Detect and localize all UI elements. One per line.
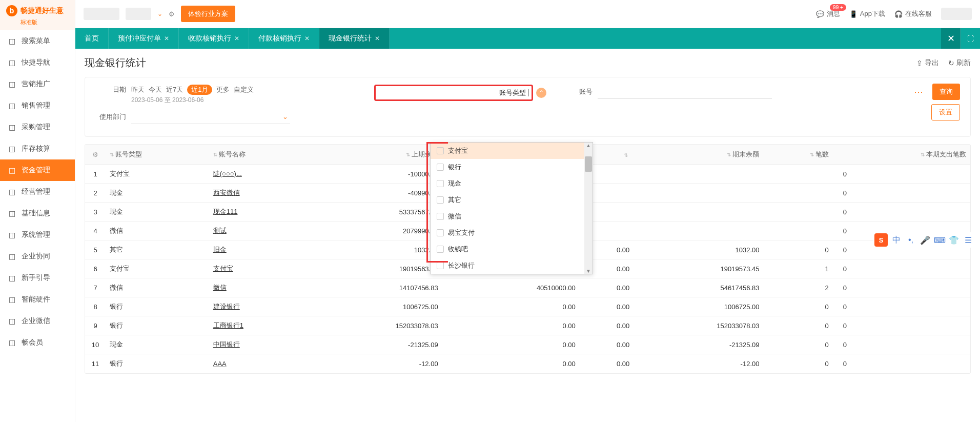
sidebar-item-gift[interactable]: ◫营销推广 xyxy=(0,73,75,95)
ime-mic-icon[interactable]: 🎤 xyxy=(920,234,931,246)
account-link[interactable]: 测试 xyxy=(213,227,227,234)
date-quick-近7天[interactable]: 近7天 xyxy=(166,85,183,94)
sort-icon[interactable]: ⇅ xyxy=(213,152,217,157)
col-header[interactable]: ⇅期末余额 xyxy=(634,145,763,165)
sidebar-item-box[interactable]: ◫库存核算 xyxy=(0,138,75,159)
ime-punct-icon[interactable]: •, xyxy=(905,234,916,246)
col-header[interactable]: ⇅上期余额 xyxy=(312,145,442,165)
sidebar-item-search[interactable]: ◫搜索菜单 xyxy=(0,30,75,52)
date-quick-更多[interactable]: 更多 xyxy=(216,85,230,94)
sidebar-item-money[interactable]: ◫资金管理 xyxy=(0,159,75,181)
sidebar-item-gear[interactable]: ◫系统管理 xyxy=(0,224,75,246)
sidebar-item-wechat[interactable]: ◫企业微信 xyxy=(0,310,75,332)
account-link[interactable]: 陡(○○○)... xyxy=(213,170,242,177)
close-icon[interactable]: ✕ xyxy=(234,35,239,42)
sidebar-item-cart[interactable]: ◫销售管理 xyxy=(0,95,75,116)
close-icon[interactable]: ✕ xyxy=(375,35,380,42)
checkbox[interactable] xyxy=(437,229,444,236)
sort-icon[interactable]: ⇅ xyxy=(921,152,925,157)
export-button[interactable]: ⇪ 导出 xyxy=(916,58,939,68)
col-header[interactable]: ⇅账号名称 xyxy=(209,145,313,165)
close-icon[interactable]: ✕ xyxy=(304,35,310,42)
online-service-button[interactable]: 🎧 在线客服 xyxy=(894,9,932,18)
sort-icon[interactable]: ⇅ xyxy=(727,152,731,157)
sort-icon[interactable]: ⇅ xyxy=(110,152,114,157)
dropdown-option[interactable]: 微信 xyxy=(431,208,593,225)
tab-首页[interactable]: 首页 xyxy=(75,28,109,49)
sidebar-item-bag[interactable]: ◫采购管理 xyxy=(0,116,75,138)
account-link[interactable]: AAA xyxy=(213,360,227,368)
dropdown-option[interactable]: 支付宝 xyxy=(431,143,593,159)
ime-lang-icon[interactable]: 中 xyxy=(891,234,902,246)
account-link[interactable]: 旧金 xyxy=(213,246,227,253)
more-filters-icon[interactable]: ⋯ xyxy=(914,86,924,97)
sort-icon[interactable]: ⇅ xyxy=(810,152,814,157)
sidebar-item-list[interactable]: ◫基础信息 xyxy=(0,203,75,224)
refresh-button[interactable]: ↻ 刷新 xyxy=(948,58,971,68)
dropdown-option[interactable]: 长沙银行 xyxy=(431,257,593,274)
sidebar-item-doc[interactable]: ◫经营管理 xyxy=(0,181,75,203)
scrollbar-thumb[interactable] xyxy=(585,156,592,172)
dropdown-option[interactable]: 易宝支付 xyxy=(431,225,593,241)
sidebar-item-hw[interactable]: ◫智能硬件 xyxy=(0,289,75,310)
ime-skin-icon[interactable]: 👕 xyxy=(948,234,959,246)
dept-select[interactable]: ⌄ xyxy=(131,110,290,124)
ime-keyboard-icon[interactable]: ⌨ xyxy=(934,234,945,246)
col-header[interactable]: ⇅笔数 xyxy=(763,145,832,165)
sidebar-item-vip[interactable]: ◫畅会员 xyxy=(0,332,75,353)
account-select[interactable] xyxy=(598,85,772,99)
app-download-button[interactable]: 📱 App下载 xyxy=(849,9,885,18)
checkbox[interactable] xyxy=(437,262,444,269)
account-link[interactable]: 西安微信 xyxy=(213,189,240,196)
dropdown-scrollbar[interactable]: ▲ ▼ xyxy=(584,143,593,274)
account-link[interactable]: 建设银行 xyxy=(213,303,240,310)
settings-button[interactable]: 设置 xyxy=(931,104,960,120)
sogou-icon[interactable]: S xyxy=(874,233,888,247)
search-button[interactable]: 查询 xyxy=(932,84,960,100)
checkbox[interactable] xyxy=(437,164,444,171)
sidebar-item-home[interactable]: ◫快捷导航 xyxy=(0,52,75,73)
account-link[interactable]: 微信 xyxy=(213,284,227,291)
date-quick-近1月[interactable]: 近1月 xyxy=(187,85,212,95)
tab-收款核销执行[interactable]: 收款核销执行✕ xyxy=(179,28,249,49)
cell-name: 测试 xyxy=(209,222,313,240)
close-icon[interactable]: ✕ xyxy=(164,35,169,42)
date-quick-今天[interactable]: 今天 xyxy=(149,85,162,94)
gear-column[interactable]: ⚙ xyxy=(85,145,106,165)
settings-icon[interactable]: ⚙ xyxy=(169,10,175,18)
org-dropdown-icon[interactable]: ⌄ xyxy=(157,10,162,17)
close-all-tabs-button[interactable]: ✕ xyxy=(941,28,961,49)
messages-button[interactable]: 💬 消息 99 + xyxy=(816,9,840,18)
dropdown-option[interactable]: 其它 xyxy=(431,192,593,208)
cell-prev: -40990.00 xyxy=(312,184,442,203)
col-header[interactable]: ⇅本期支出笔数 xyxy=(833,145,970,165)
dropdown-option[interactable]: 银行 xyxy=(431,159,593,175)
dropdown-option[interactable]: 收钱吧 xyxy=(431,241,593,257)
date-quick-自定义[interactable]: 自定义 xyxy=(234,85,254,94)
tab-现金银行统计[interactable]: 现金银行统计✕ xyxy=(319,28,390,49)
account-link[interactable]: 现金111 xyxy=(213,208,238,215)
dropdown-option[interactable]: 现金 xyxy=(431,175,593,192)
account-type-select[interactable]: 账号类型 xyxy=(374,85,533,101)
checkbox[interactable] xyxy=(437,147,444,154)
checkbox[interactable] xyxy=(437,246,444,253)
account-link[interactable]: 支付宝 xyxy=(213,265,233,272)
ime-tools-icon[interactable]: ☰ xyxy=(963,234,974,246)
sidebar-item-guide[interactable]: ◫新手引导 xyxy=(0,267,75,289)
date-quick-昨天[interactable]: 昨天 xyxy=(131,85,145,94)
tab-付款核销执行[interactable]: 付款核销执行✕ xyxy=(249,28,319,49)
fullscreen-button[interactable]: ⛶ xyxy=(961,28,980,49)
checkbox[interactable] xyxy=(437,213,444,220)
cell-out: 0 xyxy=(833,297,970,316)
sort-icon[interactable]: ⇅ xyxy=(406,152,410,157)
account-link[interactable]: 工商银行1 xyxy=(213,321,243,329)
tab-预付冲应付单[interactable]: 预付冲应付单✕ xyxy=(109,28,179,49)
account-link[interactable]: 中国银行 xyxy=(213,340,240,348)
industry-plan-button[interactable]: 体验行业方案 xyxy=(181,6,235,22)
checkbox[interactable] xyxy=(437,196,444,204)
collapse-dropdown-icon[interactable]: ⌃ xyxy=(536,88,546,98)
col-header[interactable]: ⇅账号类型 xyxy=(106,145,209,165)
checkbox[interactable] xyxy=(437,180,444,187)
sort-icon[interactable]: ⇅ xyxy=(624,152,628,158)
sidebar-item-team[interactable]: ◫企业协同 xyxy=(0,246,75,267)
